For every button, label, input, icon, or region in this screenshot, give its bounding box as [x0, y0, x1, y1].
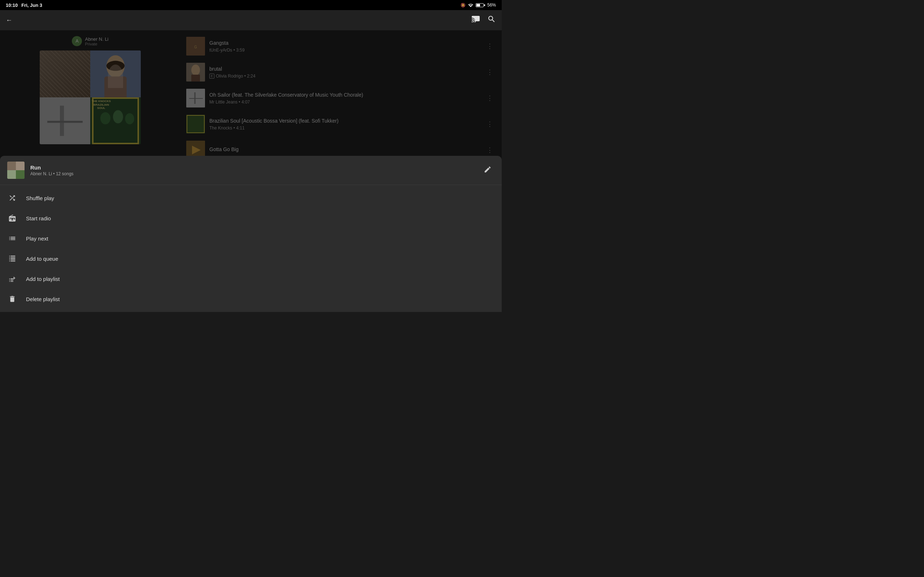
delete-label: Delete playlist	[26, 296, 60, 302]
date: Fri, Jun 3	[21, 3, 42, 8]
top-nav-right	[472, 15, 496, 26]
context-info: Run Abner N. Li • 12 songs	[30, 164, 475, 176]
shuffle-label: Shuffle play	[26, 195, 54, 201]
search-button[interactable]	[487, 15, 496, 26]
svg-rect-27	[7, 170, 16, 179]
mute-icon: 🔕	[460, 3, 465, 8]
battery-percent: 56%	[487, 3, 496, 8]
context-items: Shuffle play Start radio Play next	[0, 185, 502, 312]
svg-rect-28	[16, 170, 24, 179]
content-area: A Abner N. Li Private	[0, 30, 502, 312]
svg-rect-26	[16, 161, 24, 170]
battery-indicator	[476, 3, 485, 7]
playnext-icon	[7, 233, 17, 243]
radio-label: Start radio	[26, 215, 51, 221]
context-item-playnext[interactable]: Play next	[0, 228, 502, 248]
context-item-playlist[interactable]: Add to playlist	[0, 269, 502, 289]
context-item-delete[interactable]: Delete playlist	[0, 289, 502, 309]
top-nav-left: ←	[6, 16, 12, 24]
context-header: Run Abner N. Li • 12 songs	[0, 156, 502, 185]
radio-icon	[7, 213, 17, 223]
time: 10:10	[6, 3, 18, 8]
playnext-label: Play next	[26, 235, 48, 242]
context-title: Run	[30, 164, 475, 171]
context-subtitle: Abner N. Li • 12 songs	[30, 171, 475, 176]
addplaylist-label: Add to playlist	[26, 276, 60, 282]
top-nav: ←	[0, 10, 502, 30]
context-menu: Run Abner N. Li • 12 songs Shuffle play	[0, 156, 502, 312]
cast-button[interactable]	[472, 15, 480, 26]
queue-label: Add to queue	[26, 256, 58, 262]
context-thumb	[7, 161, 24, 179]
svg-rect-25	[7, 161, 16, 170]
addplaylist-icon	[7, 274, 17, 284]
delete-icon	[7, 294, 17, 304]
queue-icon	[7, 253, 17, 264]
context-item-shuffle[interactable]: Shuffle play	[0, 188, 502, 208]
context-item-radio[interactable]: Start radio	[0, 208, 502, 228]
wifi-icon	[468, 3, 473, 7]
context-item-queue[interactable]: Add to queue	[0, 248, 502, 269]
status-bar: 10:10 Fri, Jun 3 🔕 56%	[0, 0, 502, 10]
status-bar-left: 10:10 Fri, Jun 3	[6, 3, 42, 8]
back-button[interactable]: ←	[6, 16, 12, 24]
shuffle-icon	[7, 193, 17, 203]
context-edit-button[interactable]	[481, 163, 494, 178]
status-bar-right: 🔕 56%	[460, 3, 496, 8]
